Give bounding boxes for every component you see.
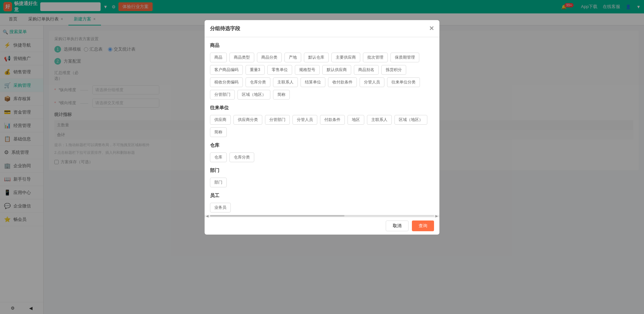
modal-body: 商品 商品 商品类型 商品分类 产地 默认仓库 主要供应商 批次管理 保质期管理… <box>205 37 439 215</box>
field-tag[interactable]: 仓库分类 <box>246 77 270 87</box>
field-tag[interactable]: 商品别名 <box>354 65 379 75</box>
cancel-button[interactable]: 取消 <box>386 221 409 231</box>
field-tag[interactable]: 商品类型 <box>229 53 254 62</box>
field-tag[interactable]: 商品分类 <box>257 53 282 62</box>
field-tag[interactable]: 付款条件 <box>320 115 345 125</box>
section-employee-fields: 业务员 <box>210 203 434 212</box>
field-tag[interactable]: 主要供应商 <box>331 53 360 62</box>
modal-close-button[interactable]: ✕ <box>429 25 434 32</box>
section-title-partner: 往来单位 <box>210 105 434 111</box>
field-tag[interactable]: 区域（地区） <box>394 115 427 125</box>
field-tag[interactable]: 分管人员 <box>360 77 384 87</box>
field-tag[interactable]: 仓库分类 <box>229 152 254 162</box>
modal-overlay: 分组待选字段 ✕ 商品 商品 商品类型 商品分类 产地 默认仓库 主要供应商 批… <box>0 0 644 314</box>
field-select-modal: 分组待选字段 ✕ 商品 商品 商品类型 商品分类 产地 默认仓库 主要供应商 批… <box>205 20 439 235</box>
field-tag[interactable]: 结算单位 <box>301 77 325 87</box>
scroll-left-arrow[interactable]: ◀ <box>206 214 209 218</box>
field-tag[interactable]: 部门 <box>210 178 227 187</box>
field-tag[interactable]: 简称 <box>210 127 227 137</box>
field-tag[interactable]: 批次管理 <box>363 53 388 62</box>
field-tag[interactable]: 地区 <box>347 115 364 125</box>
section-title-goods: 商品 <box>210 43 434 49</box>
field-tag[interactable]: 默认供应商 <box>322 65 351 75</box>
section-goods-fields: 商品 商品类型 商品分类 产地 默认仓库 主要供应商 批次管理 保质期管理 客户… <box>210 53 434 100</box>
field-tag[interactable]: 主联系人 <box>367 115 392 125</box>
confirm-button[interactable]: 查询 <box>412 221 434 231</box>
field-tag[interactable]: 保质期管理 <box>390 53 419 62</box>
field-tag[interactable]: 主联系人 <box>273 77 298 87</box>
section-partner-fields: 供应商 供应商分类 分管部门 分管人员 付款条件 地区 主联系人 区域（地区） … <box>210 115 434 137</box>
scroll-right-arrow[interactable]: ▶ <box>435 214 438 218</box>
field-tag[interactable]: 商品 <box>210 53 227 62</box>
field-tag[interactable]: 重量3 <box>246 65 265 75</box>
field-tag[interactable]: 供应商 <box>210 115 231 125</box>
field-tag[interactable]: 产地 <box>284 53 301 62</box>
field-tag[interactable]: 默认仓库 <box>304 53 329 62</box>
field-tag[interactable]: 税收分类编码 <box>210 77 243 87</box>
section-warehouse-fields: 仓库 仓库分类 <box>210 152 434 162</box>
field-tag[interactable]: 业务员 <box>210 203 231 212</box>
modal-title: 分组待选字段 <box>210 25 240 32</box>
field-tag[interactable]: 分管人员 <box>292 115 317 125</box>
section-title-dept: 部门 <box>210 168 434 174</box>
field-tag[interactable]: 简称 <box>273 90 290 100</box>
field-tag[interactable]: 供应商分类 <box>233 115 262 125</box>
field-tag[interactable]: 拣货积分 <box>381 65 406 75</box>
section-dept-fields: 部门 <box>210 178 434 187</box>
section-title-employee: 员工 <box>210 193 434 199</box>
field-tag[interactable]: 区域（地区） <box>237 90 270 100</box>
section-title-warehouse: 仓库 <box>210 142 434 148</box>
field-tag[interactable]: 收付款条件 <box>328 77 357 87</box>
field-tag[interactable]: 零售单位 <box>267 65 292 75</box>
modal-footer: 取消 查询 <box>205 217 439 235</box>
field-tag[interactable]: 分管部门 <box>210 90 235 100</box>
field-tag[interactable]: 仓库 <box>210 152 227 162</box>
field-tag[interactable]: 客户商品编码 <box>210 65 243 75</box>
field-tag[interactable]: 分管部门 <box>265 115 290 125</box>
field-tag[interactable]: 规格型号 <box>295 65 320 75</box>
modal-header: 分组待选字段 ✕ <box>205 20 439 37</box>
field-tag[interactable]: 往来单位分类 <box>387 77 420 87</box>
